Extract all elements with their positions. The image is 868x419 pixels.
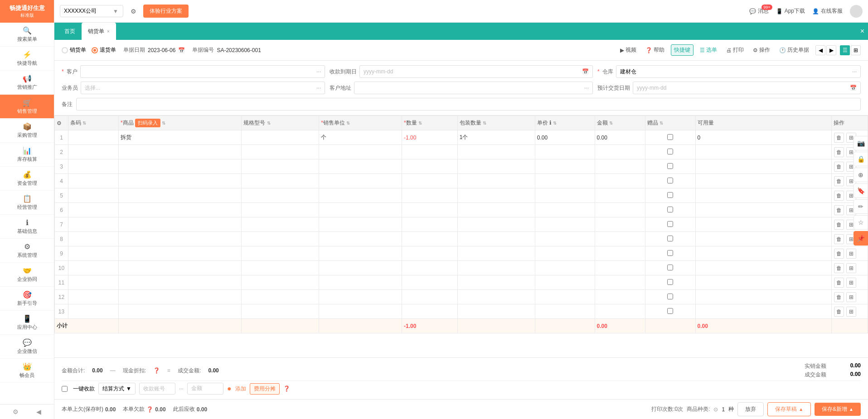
address-dots[interactable]: ··· [584, 85, 589, 91]
row-spec-1[interactable] [242, 130, 319, 145]
row-barcode-2[interactable] [68, 145, 119, 159]
row-unit-4[interactable] [319, 174, 402, 188]
row-barcode-8[interactable] [68, 232, 119, 246]
payment-due-input[interactable]: yyyy-mm-dd 📅 [359, 65, 593, 78]
row-pkg-qty-1[interactable]: 1个 [457, 130, 535, 145]
row-gift-5[interactable] [645, 188, 695, 203]
grid-view-btn[interactable]: ⊞ [851, 45, 861, 55]
video-btn[interactable]: ▶ 视频 [617, 45, 639, 55]
row-barcode-13[interactable] [68, 304, 119, 319]
row-product-12[interactable] [118, 290, 241, 304]
row-delete-4[interactable]: 🗑 [834, 176, 844, 186]
radio-sale-order[interactable]: 销货单 [62, 46, 86, 54]
select-btn[interactable]: ☰ 选单 [697, 45, 720, 55]
message-action[interactable]: 💬 消息 99+ [749, 7, 769, 15]
row-gift-1[interactable] [645, 130, 695, 145]
row-spec-12[interactable] [242, 290, 319, 304]
row-pkg-qty-10[interactable] [457, 261, 535, 275]
row-price-2[interactable] [535, 145, 595, 159]
sidebar-item-guide[interactable]: 🎯 新手引导 [0, 287, 54, 311]
row-pkg-qty-6[interactable] [457, 203, 535, 217]
expense-help-icon[interactable]: ❓ [283, 385, 290, 392]
calendar-icon[interactable]: 📅 [582, 68, 589, 75]
radio-return-order[interactable]: 退货单 [92, 46, 116, 54]
row-copy-9[interactable]: ⊞ [846, 249, 856, 259]
sidebar-settings-btn[interactable]: ⚙ [13, 408, 19, 415]
account-input[interactable]: 收款账号 [139, 383, 175, 395]
row-qty-7[interactable] [402, 217, 458, 232]
row-amount-5[interactable] [595, 188, 645, 203]
row-qty-6[interactable] [402, 203, 458, 217]
row-qty-1[interactable]: -1.00 [402, 130, 458, 145]
row-qty-5[interactable] [402, 188, 458, 203]
row-product-9[interactable] [118, 246, 241, 261]
row-amount-6[interactable] [595, 203, 645, 217]
shortcut-btn[interactable]: 快捷键 [671, 44, 693, 56]
help-circle-icon[interactable]: ❓ [153, 367, 160, 374]
row-product-3[interactable] [118, 159, 241, 174]
row-spec-13[interactable] [242, 304, 319, 319]
row-product-11[interactable] [118, 275, 241, 290]
row-gift-9[interactable] [645, 246, 695, 261]
row-delete-12[interactable]: 🗑 [834, 292, 844, 302]
row-qty-2[interactable] [402, 145, 458, 159]
row-spec-2[interactable] [242, 145, 319, 159]
row-delete-9[interactable]: 🗑 [834, 249, 844, 259]
one-click-checkbox[interactable] [62, 386, 68, 392]
row-price-5[interactable] [535, 188, 595, 203]
amount-input[interactable]: 金额 [187, 383, 223, 395]
row-pkg-qty-12[interactable] [457, 290, 535, 304]
row-delete-3[interactable]: 🗑 [834, 162, 844, 172]
row-product-7[interactable] [118, 217, 241, 232]
row-price-11[interactable] [535, 275, 595, 290]
row-gift-6[interactable] [645, 203, 695, 217]
settlement-method-input[interactable]: 结算方式 ▼ [98, 383, 136, 395]
row-unit-8[interactable] [319, 232, 402, 246]
row-delete-13[interactable]: 🗑 [834, 307, 844, 317]
row-price-13[interactable] [535, 304, 595, 319]
row-amount-11[interactable] [595, 275, 645, 290]
row-barcode-10[interactable] [68, 261, 119, 275]
delivery-date-input[interactable]: yyyy-mm-dd 📅 [633, 82, 861, 94]
row-amount-8[interactable] [595, 232, 645, 246]
list-view-btn[interactable]: ☰ [840, 45, 850, 55]
row-amount-7[interactable] [595, 217, 645, 232]
row-amount-9[interactable] [595, 246, 645, 261]
row-product-6[interactable] [118, 203, 241, 217]
tab-close-window[interactable]: × [860, 27, 864, 35]
row-delete-7[interactable]: 🗑 [834, 220, 844, 230]
row-qty-9[interactable] [402, 246, 458, 261]
row-barcode-5[interactable] [68, 188, 119, 203]
tab-home[interactable]: 首页 [58, 23, 82, 40]
row-product-13[interactable] [118, 304, 241, 319]
row-spec-9[interactable] [242, 246, 319, 261]
right-action-camera[interactable]: 📷 [853, 136, 868, 150]
row-gift-12[interactable] [645, 290, 695, 304]
settings-gear-btn[interactable]: ⚙ [127, 5, 140, 18]
row-delete-11[interactable]: 🗑 [834, 278, 844, 288]
row-gift-8[interactable] [645, 232, 695, 246]
row-barcode-3[interactable] [68, 159, 119, 174]
row-pkg-qty-2[interactable] [457, 145, 535, 159]
row-copy-13[interactable]: ⊞ [846, 307, 856, 317]
right-action-lock[interactable]: 🔒 [853, 152, 868, 166]
row-spec-8[interactable] [242, 232, 319, 246]
next-arrow[interactable]: ▶ [826, 45, 836, 55]
sidebar-item-purchase[interactable]: 📦 采购管理 [0, 119, 54, 143]
row-amount-4[interactable] [595, 174, 645, 188]
user-avatar[interactable] [850, 5, 863, 18]
save-new-button[interactable]: 保存&新增 ▲ [815, 403, 861, 416]
expense-split-btn[interactable]: 费用分摊 [250, 383, 280, 395]
row-unit-5[interactable] [319, 188, 402, 203]
print-btn[interactable]: 🖨 打印 [723, 45, 747, 55]
row-pkg-qty-4[interactable] [457, 174, 535, 188]
sidebar-item-inventory[interactable]: 📊 库存核算 [0, 143, 54, 167]
account-dots[interactable]: ··· [179, 385, 184, 392]
row-barcode-12[interactable] [68, 290, 119, 304]
row-qty-13[interactable] [402, 304, 458, 319]
row-unit-6[interactable] [319, 203, 402, 217]
row-product-2[interactable] [118, 145, 241, 159]
sidebar-item-search[interactable]: 🔍 搜索菜单 [0, 23, 54, 47]
row-amount-2[interactable] [595, 145, 645, 159]
row-spec-5[interactable] [242, 188, 319, 203]
